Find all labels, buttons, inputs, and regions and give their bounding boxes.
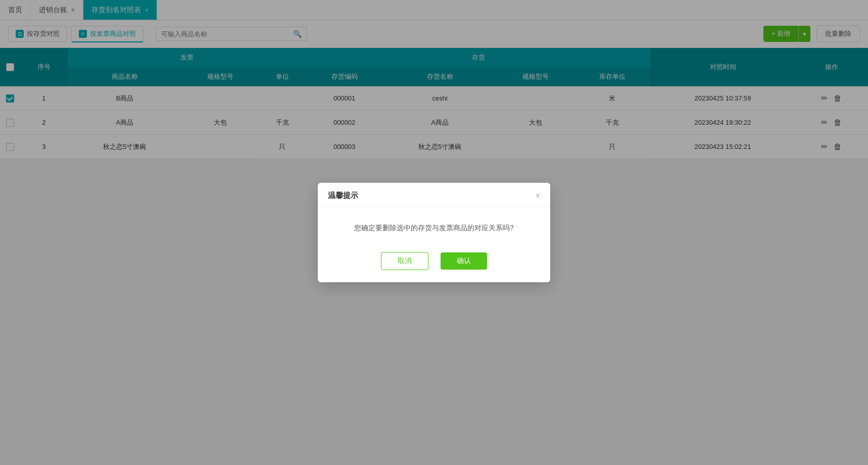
dialog-overlay: 温馨提示 × 您确定要删除选中的存货与发票商品的对应关系吗? 取消 确认 (0, 0, 868, 159)
